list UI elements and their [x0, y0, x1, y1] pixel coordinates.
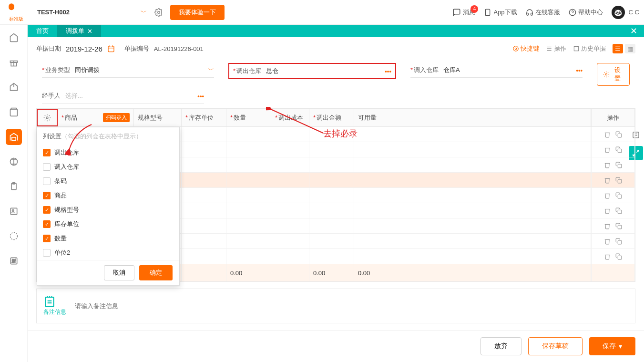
business-type-field[interactable]: *业务类型 同价调拨 ﹀: [42, 63, 214, 78]
tab-bar: 首页 调拨单 ✕ ✕: [28, 25, 644, 37]
calendar-icon[interactable]: [107, 45, 115, 52]
copy-icon[interactable]: [615, 131, 622, 138]
copy-icon[interactable]: [615, 146, 622, 153]
delete-icon[interactable]: [604, 207, 611, 214]
out-warehouse-field[interactable]: *调出仓库 总仓 •••: [228, 63, 396, 79]
form-row-1: *业务类型 同价调拨 ﹀ *调出仓库 总仓 ••• *调入仓库 仓库A ••• …: [28, 60, 644, 86]
more-icon[interactable]: •••: [385, 68, 391, 75]
save-button[interactable]: 保存 ▾: [589, 337, 635, 355]
column-option[interactable]: 条码: [43, 174, 174, 188]
settings-button[interactable]: 设置: [597, 63, 630, 86]
sidebar-item-out[interactable]: [6, 79, 22, 95]
cancel-button[interactable]: 取消: [104, 265, 134, 280]
hotkey-link[interactable]: 快捷键: [512, 44, 539, 53]
save-draft-button[interactable]: 保存草稿: [528, 337, 583, 355]
th-cost: *调出成本: [271, 109, 309, 126]
help-center-button[interactable]: 帮助中心: [569, 8, 603, 17]
delete-icon[interactable]: [604, 146, 611, 153]
delete-icon[interactable]: [604, 162, 611, 168]
view-grid-icon[interactable]: ▦: [625, 44, 635, 53]
operations-link[interactable]: 操作: [546, 44, 566, 53]
checkbox[interactable]: ✓: [43, 235, 51, 242]
sidebar-item-contacts[interactable]: [6, 203, 22, 219]
date-value[interactable]: 2019-12-26: [66, 45, 102, 53]
svg-point-35: [46, 117, 48, 119]
copy-icon[interactable]: [615, 207, 622, 214]
svg-rect-9: [11, 137, 15, 141]
close-icon[interactable]: ✕: [87, 28, 92, 35]
checkbox[interactable]: [43, 177, 51, 185]
total-qty: 0.00: [226, 264, 271, 281]
svg-rect-44: [618, 256, 622, 259]
header-right: 消息 4 App下载 在线客服 帮助中心 🐼 C C: [452, 6, 639, 19]
copy-icon[interactable]: [615, 162, 622, 168]
column-option[interactable]: ✓规格型号: [43, 203, 174, 217]
tab-home[interactable]: 首页: [28, 25, 57, 37]
view-list-icon[interactable]: ☰: [613, 44, 623, 53]
checkbox[interactable]: [43, 249, 51, 257]
user-menu[interactable]: 🐼 C C: [612, 6, 639, 19]
delete-icon[interactable]: [604, 177, 611, 184]
gear-icon[interactable]: [154, 8, 163, 17]
sidebar: 新: [0, 25, 28, 362]
copy-icon[interactable]: [615, 238, 622, 245]
trial-button[interactable]: 我要体验一下: [170, 5, 225, 20]
svg-point-15: [10, 233, 17, 240]
chevron-down-icon: ﹀: [141, 8, 147, 17]
checkbox[interactable]: [43, 163, 51, 171]
discard-button[interactable]: 放弃: [480, 337, 521, 355]
column-option[interactable]: ✓数量: [43, 231, 174, 246]
more-icon[interactable]: •••: [576, 67, 583, 74]
more-icon[interactable]: •••: [197, 93, 204, 100]
in-warehouse-field[interactable]: *调入仓库 仓库A •••: [410, 63, 583, 78]
table-header: *商品 扫码录入 规格型号 *库存单位 *数量 *调出成本 *调出金额 可用量 …: [37, 109, 635, 127]
column-option[interactable]: 调入仓库: [43, 160, 174, 174]
tab-transfer-order[interactable]: 调拨单 ✕: [57, 25, 101, 37]
messages-button[interactable]: 消息 4: [452, 8, 475, 17]
column-option[interactable]: ✓库存单位: [43, 217, 174, 231]
history-link[interactable]: 历史单据: [573, 44, 606, 53]
remarks-input[interactable]: [75, 302, 628, 310]
delete-icon[interactable]: [604, 223, 611, 229]
confirm-button[interactable]: 确定: [139, 265, 173, 280]
total-avail: 0.00: [354, 264, 591, 281]
column-option[interactable]: ✓商品: [43, 188, 174, 203]
column-list[interactable]: ✓调出仓库调入仓库条码✓商品✓规格型号✓库存单位✓数量单位2: [37, 145, 179, 260]
copy-icon[interactable]: [615, 223, 622, 229]
sidebar-item-sync[interactable]: [6, 228, 22, 244]
svg-point-25: [515, 48, 517, 50]
checkbox[interactable]: ✓: [43, 149, 51, 156]
customer-service-button[interactable]: 在线客服: [526, 8, 560, 17]
column-option[interactable]: ✓调出仓库: [43, 145, 174, 160]
sidebar-item-bag[interactable]: [6, 104, 22, 120]
delete-icon[interactable]: [604, 192, 611, 199]
checkbox[interactable]: ✓: [43, 192, 51, 199]
tab-bar-close-icon[interactable]: ✕: [624, 26, 644, 36]
column-option[interactable]: 单位2: [43, 246, 174, 260]
copy-icon[interactable]: [615, 177, 622, 184]
messages-badge: 4: [470, 5, 478, 13]
app-download-button[interactable]: App下载: [484, 8, 517, 17]
checkbox[interactable]: ✓: [43, 206, 51, 214]
column-settings-button[interactable]: [37, 109, 58, 126]
chevron-down-icon: ▾: [619, 342, 622, 350]
sidebar-item-clipboard[interactable]: [6, 178, 22, 195]
sidebar-item-gift[interactable]: [6, 54, 22, 71]
scan-input-button[interactable]: 扫码录入: [103, 113, 130, 122]
sidebar-item-finance[interactable]: [6, 154, 22, 170]
sidebar-item-new[interactable]: 新: [6, 253, 22, 269]
sidebar-item-warehouse[interactable]: [6, 129, 22, 145]
th-qty: *数量: [226, 109, 271, 126]
handler-field[interactable]: 经手人 选择... •••: [42, 89, 204, 103]
copy-icon[interactable]: [615, 253, 622, 260]
sidebar-item-home[interactable]: [6, 30, 22, 46]
remarks-icon: 备注信息: [43, 296, 66, 316]
copy-icon[interactable]: [615, 192, 622, 199]
chevron-down-icon: ﹀: [208, 66, 214, 74]
checkbox[interactable]: ✓: [43, 220, 51, 228]
delete-icon[interactable]: [604, 253, 611, 260]
delete-icon[interactable]: [604, 131, 611, 138]
svg-rect-37: [618, 149, 622, 153]
org-selector[interactable]: TEST-H002 ﹀: [32, 5, 152, 20]
delete-icon[interactable]: [604, 238, 611, 245]
